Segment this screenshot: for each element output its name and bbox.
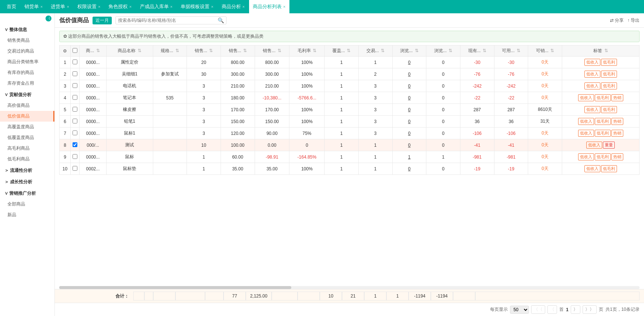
sidebar-item-low-value[interactable]: 低价值商品 <box>0 111 54 122</box>
close-icon[interactable]: × <box>129 4 131 9</box>
sidebar-item-low-margin[interactable]: 低毛利商品 <box>0 154 54 164</box>
table-row: 90000...鼠标160.00-98.91-164.85%1111-981-9… <box>60 151 640 163</box>
sidebar-section-overall[interactable]: ∨ 整体信息 <box>0 24 54 35</box>
close-icon[interactable]: × <box>170 4 172 9</box>
col-name[interactable]: 商品名称 ⇅ <box>106 45 153 57</box>
col-browse2[interactable]: 浏览... ⇅ <box>426 45 460 57</box>
col-sales-profit[interactable]: 销售... ⇅ <box>255 45 289 57</box>
sidebar-section-liquidity[interactable]: ＞ 流通性分析 <box>0 164 54 176</box>
cell-checkbox[interactable] <box>71 57 80 68</box>
sidebar-item-high-coverage[interactable]: 高覆盖度商品 <box>0 122 54 132</box>
footer-trade: 21 <box>342 292 364 300</box>
per-page-select[interactable]: 50 100 200 <box>510 306 529 314</box>
cell-checkbox[interactable] <box>71 139 80 151</box>
browse-link[interactable]: 0 <box>408 60 411 65</box>
cell-trade: 3 <box>358 128 392 139</box>
close-icon[interactable]: × <box>242 4 245 9</box>
first-page-btn[interactable]: 〈〈 <box>531 305 545 314</box>
cell-coverage: 1 <box>325 104 359 116</box>
sidebar-item-traded-goods[interactable]: 交易过的商品 <box>0 46 54 57</box>
col-coverage[interactable]: 覆盖... ⇅ <box>325 45 359 57</box>
browse-link[interactable]: 1 <box>408 154 411 160</box>
sidebar-section-growth[interactable]: ＞ 成长性分析 <box>0 176 54 187</box>
browse-link[interactable]: 0 <box>408 166 411 171</box>
sidebar-section-contribution[interactable]: ∨ 贡献值分析 <box>0 89 54 100</box>
cell-checkbox[interactable] <box>71 163 80 175</box>
cell-checkbox[interactable] <box>71 151 80 163</box>
sidebar-item-stocked-goods[interactable]: 有库存的商品 <box>0 67 54 78</box>
cell-trade: 3 <box>358 104 392 116</box>
export-button[interactable]: ↑ 导出 <box>627 17 640 24</box>
cell-checkbox[interactable] <box>71 68 80 80</box>
browse-link[interactable]: 0 <box>408 72 411 77</box>
cell-checkbox[interactable] <box>71 128 80 139</box>
col-settings[interactable]: ⚙ <box>60 45 71 57</box>
cell-name: 鼠标1 <box>106 128 153 139</box>
col-browse1[interactable]: 浏览... ⇅ <box>392 45 426 57</box>
col-tags[interactable]: 标签 ⇅ <box>562 45 639 57</box>
nav-home[interactable]: 首页 <box>3 0 20 13</box>
browse-link[interactable]: 0 <box>408 143 411 148</box>
last-page-btn[interactable]: 〉〉 <box>583 305 597 314</box>
cell-sales-profit: -10,380... <box>255 92 289 104</box>
next-page-btn[interactable]: 〉 <box>571 305 580 314</box>
browse-link[interactable]: 0 <box>408 131 411 136</box>
footer-browse1: 1 <box>364 292 386 300</box>
nav-product-analysis-list[interactable]: 商品分析列表 × <box>249 0 289 13</box>
col-gross-margin[interactable]: 毛利率 ⇅ <box>289 45 325 57</box>
cell-gross-margin: 100% <box>289 68 325 80</box>
sidebar-item-low-coverage[interactable]: 低覆盖度商品 <box>0 132 54 143</box>
cell-browse1: 0 <box>392 128 426 139</box>
sidebar-item-stock-funds[interactable]: 库存资金占用 <box>0 78 54 89</box>
nav-product-inbound[interactable]: 产成品入库单 × <box>136 0 176 13</box>
cell-checkbox[interactable] <box>71 104 80 116</box>
sidebar-item-category-sales-rate[interactable]: 商品分类销售率 <box>0 57 54 67</box>
cell-spec <box>153 151 187 163</box>
browse-link[interactable]: 0 <box>408 84 411 89</box>
close-icon[interactable]: × <box>283 4 285 9</box>
sidebar-item-all-goods[interactable]: 全部商品 <box>0 199 54 210</box>
tag-label: 低毛利 <box>595 153 611 160</box>
select-all-checkbox[interactable] <box>73 48 77 53</box>
col-saleable[interactable]: 可销... ⇅ <box>528 45 562 57</box>
col-sales-amt[interactable]: 销售... ⇅ <box>221 45 255 57</box>
search-input[interactable] <box>118 18 216 23</box>
nav-receipt-template[interactable]: 单据模板设置 × <box>177 0 217 13</box>
browse-link[interactable]: 0 <box>408 119 411 124</box>
browse-link[interactable]: 0 <box>408 107 411 112</box>
footer-blank1 <box>133 292 144 300</box>
prev-page-btn[interactable]: 〈 <box>547 305 557 314</box>
sidebar-section-marketing[interactable]: ∨ 营销推广分析 <box>0 187 54 199</box>
nav-product-analysis[interactable]: 商品分析 × <box>218 0 248 13</box>
sidebar-item-high-margin[interactable]: 高毛利商品 <box>0 143 54 154</box>
cell-tags: 低收入低毛利 <box>562 163 639 175</box>
cell-checkbox[interactable] <box>71 116 80 128</box>
close-icon[interactable]: × <box>98 4 100 9</box>
filter-tag[interactable]: 近一月 <box>93 17 112 24</box>
col-current-stock[interactable]: 现有... ⇅ <box>460 45 494 57</box>
close-icon[interactable]: × <box>67 4 69 9</box>
close-icon[interactable]: × <box>40 4 43 9</box>
nav-sales-order[interactable]: 销货单 × <box>21 0 46 13</box>
sidebar-item-sales-goods[interactable]: 销售类商品 <box>0 35 54 46</box>
horizontal-scrollbar[interactable] <box>59 286 640 289</box>
col-spec[interactable]: 规格... ⇅ <box>153 45 187 57</box>
nav-purchase-order[interactable]: 进货单 × <box>47 0 73 13</box>
col-code[interactable]: 商... ⇅ <box>80 45 107 57</box>
sidebar-item-high-value[interactable]: 高价值商品 <box>0 100 54 111</box>
share-button[interactable]: ⇄ 分享 <box>610 17 624 24</box>
col-available[interactable]: 可用... ⇅ <box>494 45 528 57</box>
col-sales-qty[interactable]: 销售... ⇅ <box>187 45 221 57</box>
cell-checkbox[interactable] <box>71 80 80 92</box>
cell-current-stock: 36 <box>460 116 494 128</box>
sidebar-collapse-btn[interactable]: 《 <box>46 16 51 21</box>
browse-link[interactable]: 0 <box>408 95 411 101</box>
nav-permission[interactable]: 权限设置 × <box>74 0 104 13</box>
search-icon[interactable]: 🔍 <box>218 17 224 23</box>
sidebar-item-new-goods[interactable]: 新品 <box>0 210 54 220</box>
close-icon[interactable]: × <box>211 4 213 9</box>
col-trade[interactable]: 交易... ⇅ <box>358 45 392 57</box>
cell-gross-margin: 100% <box>289 104 325 116</box>
nav-role-auth[interactable]: 角色授权 × <box>105 0 135 13</box>
cell-checkbox[interactable] <box>71 92 80 104</box>
